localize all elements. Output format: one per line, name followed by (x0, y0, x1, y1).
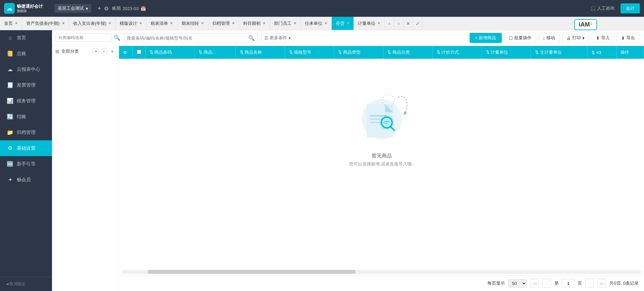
tab-expand-btn[interactable]: ⤢ (413, 17, 422, 30)
main-layout: ⌂ 首页 📒 总账 ☁ 云报表中心 🧾 发票管理 📊 税务管理 🔄 结账 📁 归… (0, 30, 644, 291)
workspace-selector[interactable]: 基层工会测试 ▾ (54, 4, 92, 13)
tab-template-close[interactable]: ✕ (139, 21, 142, 26)
move-btn[interactable]: ↕ 移动 (539, 33, 560, 43)
tab-income-close[interactable]: ✕ (108, 21, 111, 26)
import-label: 导入 (601, 35, 610, 41)
tab-subject-close[interactable]: ✕ (263, 21, 266, 26)
archive-icon: 📁 (7, 129, 13, 136)
sidebar-item-guide[interactable]: 🆕 新手引导 (0, 156, 52, 172)
home-icon: ⌂ (7, 35, 13, 41)
next-page-btn[interactable]: › (585, 279, 594, 288)
th-spec[interactable]: ⇅ 规格型号 (285, 46, 334, 59)
calendar-icon[interactable]: 📅 (141, 6, 146, 11)
filter-btn[interactable]: ☰ 更多条件 ▾ (261, 33, 294, 43)
iam-text: iAM (579, 21, 590, 28)
import-icon: ⬆ (596, 36, 600, 41)
tab-period[interactable]: 期末结转 ✕ (177, 17, 208, 30)
tab-dept-close[interactable]: ✕ (293, 21, 297, 26)
page-number-input[interactable] (562, 280, 574, 287)
tab-home-close[interactable]: ✕ (15, 21, 18, 26)
collapse-btn[interactable]: ◂ (109, 48, 115, 55)
tab-home[interactable]: 首页 ✕ (0, 17, 22, 30)
empty-text: 暂无商品 您可以选择新增,或者直接导入哦~ (349, 153, 414, 167)
th-check[interactable] (132, 46, 145, 59)
tab-unit-close[interactable]: ✕ (377, 21, 380, 26)
th-type[interactable]: ⇅ 商品类型 (334, 46, 383, 59)
sidebar-item-tax[interactable]: 📊 税务管理 (0, 93, 52, 109)
tab-dept[interactable]: 部门员工 ✕ (270, 17, 301, 30)
tab-inventory[interactable]: 存货 ✕ (332, 17, 354, 30)
category-search-input[interactable] (55, 34, 112, 42)
app-edition: 旗舰版 (17, 9, 43, 13)
last-page-btn[interactable]: ⏭ (597, 279, 606, 288)
th-col3[interactable]: ⇅ ≡3 (587, 46, 616, 59)
tab-next-btn[interactable]: › (394, 17, 404, 30)
tab-unit[interactable]: 计量单位 ✕ (354, 17, 385, 30)
tab-subject[interactable]: 科目期初 ✕ (239, 17, 270, 30)
per-page-select[interactable]: 10 20 50 100 (508, 279, 527, 288)
th-name[interactable]: ⇅ 商品名称 (235, 46, 285, 59)
product-search-icon[interactable]: 🔍 (248, 35, 255, 41)
tab-template-label: 模版设计 (120, 20, 137, 27)
import-btn[interactable]: ⬆ 导入 (592, 33, 614, 43)
horizontal-scrollbar[interactable] (122, 270, 641, 274)
account-button[interactable]: 会计 (621, 3, 640, 13)
move-icon: ↕ (543, 36, 545, 41)
svg-rect-11 (384, 121, 389, 122)
print-btn[interactable]: 🖨 打印 ▾ (562, 33, 589, 43)
th-gear[interactable]: ⚙ (119, 46, 132, 59)
sidebar-item-reports[interactable]: ☁ 云报表中心 (0, 61, 52, 77)
category-all[interactable]: ⊞ 全部分类 ✏ + ◂ (52, 45, 119, 57)
batch-btn[interactable]: ☐ 批量操作 (504, 33, 536, 43)
tab-template[interactable]: 模版设计 ✕ (116, 17, 147, 30)
sidebar-item-ledger[interactable]: 📒 总账 (0, 46, 52, 61)
product-search-input[interactable] (127, 36, 246, 41)
sidebar-item-basic[interactable]: ⚙ 基础设置 (0, 140, 52, 156)
tab-income[interactable]: 收入支出表(年报) ✕ (69, 17, 116, 30)
category-actions: ✏ + ◂ (93, 48, 115, 55)
th-barcode[interactable]: ⇅ 商品条码 (145, 46, 195, 59)
help-button[interactable]: 🎧 人工咨询 (588, 4, 617, 13)
th-main-unit[interactable]: ⇅ 主计量单位 (531, 46, 587, 59)
prev-page-btn[interactable]: ‹ (542, 279, 551, 288)
category-add-btn[interactable]: + (101, 48, 107, 55)
sidebar-member-label: 畅会员 (17, 177, 31, 183)
th-pricing[interactable]: ⇅ 计价方式 (432, 46, 482, 59)
tab-partner[interactable]: 往来单位 ✕ (301, 17, 332, 30)
tab-archive[interactable]: 归档管理 ✕ (208, 17, 239, 30)
tab-prev-btn[interactable]: ‹ (385, 17, 394, 30)
th-code[interactable]: ⇅ 商品... (195, 46, 235, 59)
sidebar-item-closing[interactable]: 🔄 结账 (0, 109, 52, 125)
tab-taxclear-close[interactable]: ✕ (170, 21, 173, 26)
sidebar-item-archive[interactable]: 📁 归档管理 (0, 125, 52, 140)
sidebar-item-home[interactable]: ⌂ 首页 (0, 30, 52, 46)
print-label: 打印 (572, 35, 581, 41)
scrollbar-thumb[interactable] (148, 270, 356, 274)
tab-inventory-close[interactable]: ✕ (346, 21, 350, 26)
tab-taxclear[interactable]: 税表清单 ✕ (147, 17, 177, 30)
sidebar-item-invoice[interactable]: 🧾 发票管理 (0, 77, 52, 93)
iam-star: * (591, 22, 592, 28)
tab-partner-close[interactable]: ✕ (324, 21, 327, 26)
th-category[interactable]: ⇅ 商品分类 (383, 46, 433, 59)
new-product-btn[interactable]: + 新增商品 (470, 33, 501, 43)
th-unit[interactable]: ⇅ 计量单位 (482, 46, 531, 59)
tab-period-close[interactable]: ✕ (201, 21, 204, 26)
settings-icon[interactable]: ⚙ (104, 5, 109, 12)
sidebar-unpin-btn[interactable]: ◄取消固定 (0, 277, 52, 291)
tab-archive-close[interactable]: ✕ (232, 21, 235, 26)
tab-balance[interactable]: 资产负债表(中期) ✕ (22, 17, 69, 30)
first-page-btn[interactable]: ⏮ (530, 279, 539, 288)
tab-balance-close[interactable]: ✕ (62, 21, 65, 26)
page-suffix: 页 (578, 280, 582, 286)
export-btn[interactable]: ⬇ 导出 (617, 33, 639, 43)
select-all-checkbox[interactable] (137, 50, 141, 54)
tab-dept-label: 部门员工 (274, 20, 291, 27)
category-edit-btn[interactable]: ✏ (93, 48, 99, 55)
add-workspace-btn[interactable]: + (98, 5, 101, 12)
sidebar: ⌂ 首页 📒 总账 ☁ 云报表中心 🧾 发票管理 📊 税务管理 🔄 结账 📁 归… (0, 30, 52, 291)
tab-close-all-btn[interactable]: ✕ (404, 17, 413, 30)
sidebar-item-member[interactable]: ✦ 畅会员 (0, 172, 52, 188)
left-panel-header: 🔍 (52, 30, 119, 45)
grid-icon: ⊞ (55, 49, 59, 54)
